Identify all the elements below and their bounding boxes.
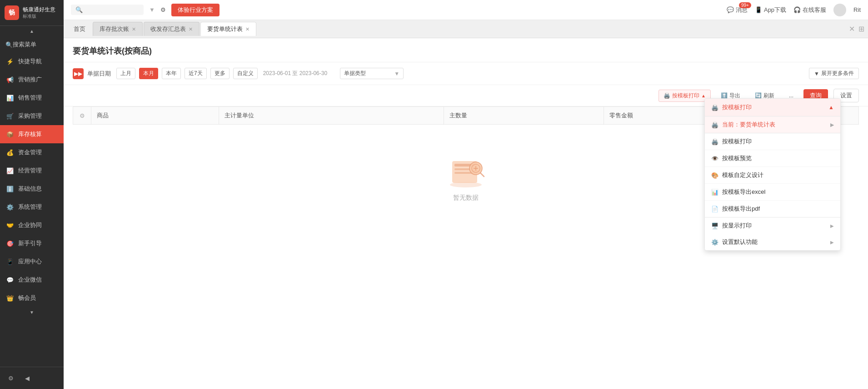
close-window-btn[interactable]: ✕: [849, 25, 855, 33]
logo-icon: 畅: [5, 5, 19, 20]
chevron-up-icon: ▲: [701, 93, 706, 98]
sidebar-bottom: ⚙ ◀: [0, 367, 64, 389]
template-custom-item[interactable]: 🎨 模板自定义设计: [705, 167, 840, 184]
expand-icon: ▼: [814, 71, 819, 77]
chevron-up-icon: ▲: [828, 104, 834, 111]
sidebar-search-label: 搜索菜单: [13, 40, 36, 49]
sidebar-item-enterprise[interactable]: 🤝 企业协同: [0, 216, 64, 234]
order-type-filter[interactable]: 单据类型 ▼: [340, 68, 404, 79]
enterprise-icon: 🤝: [5, 221, 15, 230]
dropdown-arrow[interactable]: ▼: [149, 6, 155, 13]
tab-collection-summary[interactable]: 收发存汇总表 ✕: [144, 22, 200, 36]
sidebar-item-marketing[interactable]: 📢 营销推广: [0, 71, 64, 89]
topbar-search-box[interactable]: 🔍: [71, 5, 144, 15]
date-btn-this-year[interactable]: 本年: [162, 68, 181, 79]
newbie-icon: 🎯: [5, 239, 15, 248]
sidebar-item-label: 经营管理: [18, 167, 42, 175]
sidebar-item-membership[interactable]: 👑 畅会员: [0, 289, 64, 307]
settings-bottom-icon[interactable]: ⚙: [5, 373, 16, 384]
marketing-icon: 📢: [5, 75, 15, 84]
col-settings[interactable]: ⚙: [73, 107, 91, 125]
sidebar-item-purchase[interactable]: 🛒 采购管理: [0, 107, 64, 125]
date-btn-this-month[interactable]: 本月: [139, 68, 158, 79]
page-title: 要货单统计表(按商品): [73, 45, 859, 56]
sidebar-item-finance[interactable]: 💰 资金管理: [0, 143, 64, 162]
template-preview-item[interactable]: 👁️ 按模板预览: [705, 150, 840, 167]
headset-icon: 🎧: [793, 6, 801, 13]
sidebar-item-label: 畅会员: [18, 294, 36, 302]
current-template-icon: 🖨️: [711, 121, 718, 128]
user-avatar[interactable]: [833, 4, 846, 16]
svg-rect-4: [454, 172, 473, 174]
table-settings-icon[interactable]: ⚙: [80, 112, 85, 119]
avatar-img: [833, 4, 846, 16]
excel-icon: 📊: [711, 189, 718, 196]
app-download-item[interactable]: 📱 App下载: [755, 6, 786, 14]
tab-order-stats[interactable]: 要货单统计表 ✕: [200, 22, 256, 36]
col-unit: 主计量单位: [219, 107, 444, 125]
sidebar-item-basic-info[interactable]: ℹ️ 基础信息: [0, 180, 64, 198]
logo-title: 畅康通好生意: [23, 6, 55, 14]
system-icon: ⚙️: [5, 202, 15, 212]
sidebar-item-sales[interactable]: 📊 销售管理: [0, 89, 64, 107]
sidebar-item-label: 营销推广: [18, 76, 42, 84]
template-export-excel-item[interactable]: 📊 按模板导出excel: [705, 184, 840, 201]
date-btn-7days[interactable]: 近7天: [185, 68, 207, 79]
tab-batch-account-close[interactable]: ✕: [132, 26, 136, 32]
maximize-window-btn[interactable]: ⊞: [858, 25, 864, 33]
date-btn-custom[interactable]: 自定义: [233, 68, 258, 79]
date-range: 2023-06-01 至 2023-06-30: [263, 70, 327, 77]
filter-expand-icon[interactable]: ▶▶: [73, 68, 84, 79]
scroll-down[interactable]: ▼: [30, 308, 34, 317]
template-print-label: 按模板打印: [722, 137, 752, 146]
tab-home[interactable]: 首页: [67, 22, 92, 36]
search-icon: 🔍: [5, 41, 13, 48]
set-default-expandable[interactable]: ⚙️ 设置默认功能 ▶: [705, 234, 840, 250]
sidebar-item-label: 新手引导: [18, 239, 42, 248]
tab-order-stats-close[interactable]: ✕: [245, 26, 249, 32]
print-dropdown-header[interactable]: 🖨️ 按模板打印 ▲: [705, 99, 840, 116]
display-print-label: 按显示打印: [722, 222, 752, 230]
basic-info-icon: ℹ️: [5, 184, 15, 193]
sidebar-item-enterprise-wechat[interactable]: 💬 企业微信: [0, 271, 64, 289]
sidebar-item-app-center[interactable]: 📱 应用中心: [0, 253, 64, 271]
current-template-item: 🖨️ 当前：要货单统计表 ▶: [705, 116, 840, 133]
sidebar-item-operations[interactable]: 📈 经营管理: [0, 162, 64, 180]
sidebar-item-search-menu[interactable]: 🔍 搜索菜单: [0, 37, 64, 52]
date-label: 单据日期: [87, 70, 111, 78]
tab-batch-account[interactable]: 库存批次账 ✕: [93, 22, 143, 36]
search-input[interactable]: [85, 7, 139, 13]
display-print-expandable[interactable]: 🖥️ 按显示打印 ▶: [705, 217, 840, 234]
sidebar-item-system[interactable]: ⚙️ 系统管理: [0, 198, 64, 216]
sidebar-item-quick-nav[interactable]: ⚡ 快捷导航: [0, 52, 64, 71]
message-item[interactable]: 💬 消息 99+: [727, 6, 748, 14]
date-btn-last-month[interactable]: 上月: [116, 68, 135, 79]
template-print-item[interactable]: 🖨️ 按模板打印: [705, 133, 840, 150]
sidebar: 畅 畅康通好生意 标准版 ▲ 🔍 搜索菜单 ⚡ 快捷导航 📢 营销推广 📊 销售…: [0, 0, 64, 389]
user-name[interactable]: Rit: [853, 6, 861, 13]
online-service-item[interactable]: 🎧 在线客服: [793, 6, 826, 14]
template-export-excel-label: 按模板导出excel: [722, 188, 765, 196]
scroll-up[interactable]: ▲: [30, 27, 34, 36]
date-btn-more[interactable]: 更多: [210, 68, 229, 79]
empty-text: 暂无数据: [453, 194, 479, 202]
expand-conditions-btn[interactable]: ▼ 展开更多条件: [809, 68, 859, 79]
trial-btn[interactable]: 体验行业方案: [171, 4, 219, 16]
main-content: 🔍 ▼ ⚙ 体验行业方案 💬 消息 99+ 📱 App下载 🎧 在线客服: [64, 0, 868, 389]
tab-collection-summary-close[interactable]: ✕: [189, 26, 193, 32]
gear-icon[interactable]: ⚙: [160, 6, 166, 13]
sidebar-item-label: 库存核算: [18, 130, 42, 138]
sidebar-item-inventory[interactable]: 📦 库存核算: [0, 125, 64, 143]
template-export-pdf-item[interactable]: 📄 按模板导出pdf: [705, 201, 840, 217]
current-template[interactable]: 🖨️ 当前：要货单统计表 ▶: [705, 116, 840, 133]
sidebar-item-newbie[interactable]: 🎯 新手引导: [0, 234, 64, 253]
print-template-btn[interactable]: 🖨️ 按模板打印 ▲: [658, 90, 711, 102]
svg-line-7: [480, 173, 484, 177]
purchase-icon: 🛒: [5, 111, 15, 121]
quick-nav-icon: ⚡: [5, 57, 15, 66]
chevron-right-icon: ▶▶: [74, 71, 82, 77]
sidebar-item-label: 资金管理: [18, 148, 42, 157]
template-custom-icon: 🎨: [711, 172, 718, 179]
collapse-icon[interactable]: ◀: [22, 373, 33, 384]
expand-label: 展开更多条件: [821, 70, 854, 77]
